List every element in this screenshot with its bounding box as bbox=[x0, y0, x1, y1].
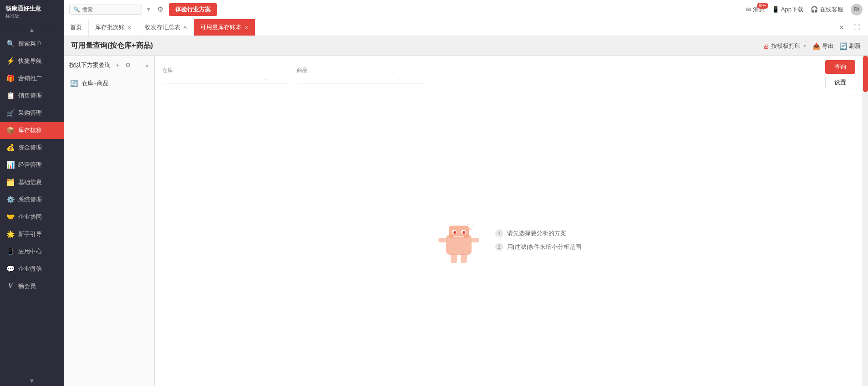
sidebar-item-purchase[interactable]: 🛒 采购管理 bbox=[0, 104, 64, 122]
scheme-item-warehouse-goods[interactable]: 🔄 仓库+商品 bbox=[64, 75, 154, 92]
svg-rect-9 bbox=[451, 254, 457, 263]
warehouse-filter-field: 仓库 ··· bbox=[162, 67, 289, 83]
app-download-label: App下载 bbox=[781, 5, 803, 14]
empty-state-content: 1 请先选择要分析的方案 2 用[过滤]条件来缩小分析范围 bbox=[436, 217, 581, 263]
topbar-dropdown-arrow[interactable]: ▼ bbox=[146, 6, 152, 13]
warehouse-filter-input[interactable] bbox=[162, 75, 262, 82]
sidebar-item-inventory[interactable]: 📦 库存核算 bbox=[0, 122, 64, 139]
page-header: 可用量查询(按仓库+商品) 🖨 按模板打印 ▼ 📤 导出 🔄 刷新 bbox=[64, 36, 868, 56]
gear-icon: ⚙️ bbox=[6, 196, 15, 204]
sidebar-item-search[interactable]: 🔍 搜索菜单 bbox=[0, 35, 64, 52]
tab-available-ledger-close[interactable]: ✕ bbox=[244, 25, 249, 31]
query-button[interactable]: 查询 bbox=[825, 60, 855, 74]
filter-actions: 查询 设置 bbox=[825, 60, 855, 89]
tab-batch-accounts[interactable]: 库存批次账 ✕ bbox=[89, 19, 138, 36]
tabs-expand-icon[interactable]: ⛶ bbox=[851, 23, 863, 32]
tab-receive-summary[interactable]: 收发存汇总表 ✕ bbox=[138, 19, 194, 36]
topbar-search-box[interactable]: 🔍 bbox=[69, 5, 142, 15]
tab-batch-accounts-close[interactable]: ✕ bbox=[127, 25, 132, 31]
sidebar-item-marketing[interactable]: 🎁 营销推广 bbox=[0, 70, 64, 87]
tab-receive-summary-close[interactable]: ✕ bbox=[183, 25, 187, 31]
sidebar-item-guide[interactable]: 🌟 新手引导 bbox=[0, 226, 64, 243]
add-scheme-icon[interactable]: ＋ bbox=[113, 60, 122, 70]
sidebar-item-label: 系统管理 bbox=[18, 196, 42, 204]
search-icon: 🔍 bbox=[6, 40, 15, 48]
page-title: 可用量查询(按仓库+商品) bbox=[71, 41, 153, 51]
warehouse-filter-dots[interactable]: ··· bbox=[264, 75, 269, 82]
settings-button[interactable]: 设置 bbox=[825, 76, 855, 89]
notification-badge: 99+ bbox=[757, 3, 768, 9]
print-action[interactable]: 🖨 按模板打印 ▼ bbox=[763, 42, 807, 50]
sidebar-item-label: 采购管理 bbox=[18, 109, 42, 117]
sidebar-item-system[interactable]: ⚙️ 系统管理 bbox=[0, 191, 64, 208]
hint-num-1: 1 bbox=[495, 229, 503, 237]
refresh-action[interactable]: 🔄 刷新 bbox=[839, 42, 861, 50]
sidebar-logo: 畅康通好生意 标准版 bbox=[0, 0, 64, 24]
topbar-right: ✉ 消息 99+ 📱 App下载 🎧 在线客服 Rit bbox=[746, 4, 863, 15]
tab-home[interactable]: 首页 bbox=[64, 19, 89, 36]
left-panel-header-label: 按以下方案查询 bbox=[69, 61, 111, 69]
handshake-icon: 🤝 bbox=[6, 213, 15, 221]
tabs-close-all-icon[interactable]: ✕ bbox=[836, 23, 847, 32]
sidebar-item-sales[interactable]: 📋 销售管理 bbox=[0, 87, 64, 104]
online-service-label: 在线客服 bbox=[820, 5, 843, 14]
tab-available-ledger[interactable]: 可用量库存账本 ✕ bbox=[194, 19, 255, 36]
lightning-icon: ⚡ bbox=[6, 57, 15, 65]
content-area: 按以下方案查询 ＋ ⚙ « 🔄 仓库+商品 仓库 ··· bbox=[64, 56, 868, 386]
hint-num-2: 2 bbox=[495, 243, 503, 251]
print-dropdown-icon[interactable]: ▼ bbox=[802, 43, 807, 48]
collapse-panel-icon[interactable]: « bbox=[146, 62, 149, 69]
user-avatar[interactable]: Rit bbox=[851, 4, 863, 15]
sidebar-item-label: 快捷导航 bbox=[18, 57, 42, 65]
sidebar-item-vip[interactable]: V 畅会员 bbox=[0, 278, 64, 295]
list-icon: 📋 bbox=[6, 92, 15, 100]
notification-item[interactable]: ✉ 消息 99+ bbox=[746, 5, 765, 14]
gift-icon: 🎁 bbox=[6, 74, 15, 82]
sidebar-item-label: 畅会员 bbox=[18, 282, 36, 290]
sidebar-item-cooperation[interactable]: 🤝 企业协同 bbox=[0, 208, 64, 226]
sidebar-item-label: 新手引导 bbox=[18, 230, 42, 238]
left-panel-header: 按以下方案查询 ＋ ⚙ « bbox=[64, 56, 154, 75]
topbar-search-input[interactable] bbox=[82, 6, 132, 13]
online-service-item[interactable]: 🎧 在线客服 bbox=[811, 5, 843, 14]
sidebar-item-label: 应用中心 bbox=[18, 247, 42, 256]
goods-filter-input[interactable] bbox=[297, 75, 397, 82]
tab-receive-summary-label: 收发存汇总表 bbox=[145, 23, 180, 31]
sidebar-item-quick-nav[interactable]: ⚡ 快捷导航 bbox=[0, 52, 64, 70]
trial-button[interactable]: 体验行业方案 bbox=[169, 3, 217, 16]
goods-filter-dots[interactable]: ··· bbox=[399, 75, 404, 82]
empty-robot-illustration bbox=[436, 217, 482, 263]
left-panel: 按以下方案查询 ＋ ⚙ « 🔄 仓库+商品 bbox=[64, 56, 155, 386]
sidebar-item-wechat[interactable]: 💬 企业微信 bbox=[0, 260, 64, 278]
export-action[interactable]: 📤 导出 bbox=[812, 42, 834, 50]
sidebar-item-label: 搜索菜单 bbox=[18, 40, 42, 48]
sidebar-item-appcenter[interactable]: 📱 应用中心 bbox=[0, 243, 64, 260]
goods-filter-input-row: ··· bbox=[297, 75, 424, 83]
tab-home-label: 首页 bbox=[70, 23, 82, 31]
sidebar-scroll-up[interactable]: ▲ bbox=[0, 24, 64, 35]
topbar-gear-icon[interactable]: ⚙ bbox=[155, 3, 165, 15]
settings-scheme-icon[interactable]: ⚙ bbox=[124, 61, 132, 70]
empty-hint-1: 1 请先选择要分析的方案 bbox=[495, 229, 581, 237]
sidebar-item-finance[interactable]: 💰 资金管理 bbox=[0, 139, 64, 156]
empty-hints: 1 请先选择要分析的方案 2 用[过滤]条件来缩小分析范围 bbox=[495, 229, 581, 251]
folder-icon: 🗂️ bbox=[6, 178, 15, 186]
sidebar-item-label: 资金管理 bbox=[18, 144, 42, 152]
scrollbar-thumb[interactable] bbox=[863, 56, 868, 92]
scheme-item-label: 仓库+商品 bbox=[81, 79, 109, 87]
warehouse-filter-input-row: ··· bbox=[162, 75, 289, 83]
sidebar-item-label: 库存核算 bbox=[18, 126, 42, 134]
money-icon: 💰 bbox=[6, 144, 15, 152]
brand-version: 标准版 bbox=[5, 13, 58, 19]
svg-point-4 bbox=[453, 231, 456, 234]
svg-rect-8 bbox=[471, 238, 479, 242]
chart-icon: 📊 bbox=[6, 161, 15, 169]
export-icon: 📤 bbox=[812, 42, 820, 50]
sidebar-item-basic[interactable]: 🗂️ 基础信息 bbox=[0, 174, 64, 191]
sidebar-item-operations[interactable]: 📊 经营管理 bbox=[0, 156, 64, 174]
goods-filter-label: 商品 bbox=[297, 67, 424, 74]
sidebar-scroll-down[interactable]: ▼ bbox=[0, 375, 64, 386]
right-scrollbar[interactable] bbox=[863, 56, 868, 386]
app-download-item[interactable]: 📱 App下载 bbox=[772, 5, 803, 14]
scheme-refresh-icon: 🔄 bbox=[70, 80, 78, 87]
